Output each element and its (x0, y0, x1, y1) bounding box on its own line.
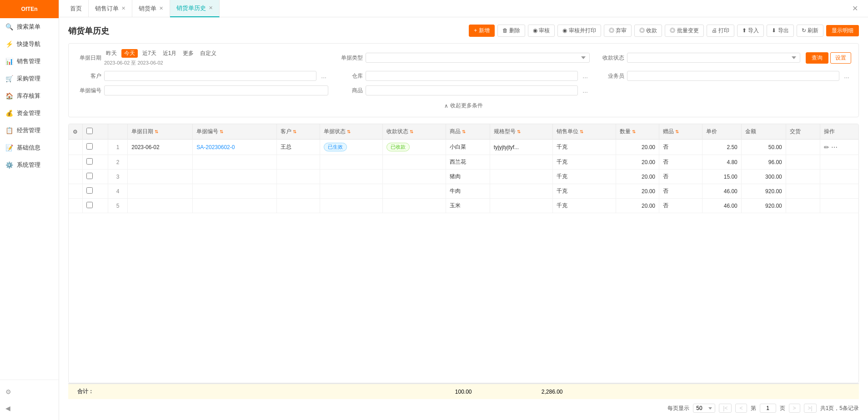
sidebar-item-collapse[interactable]: ◀ (0, 400, 59, 416)
row-transaction-col (786, 170, 820, 184)
row-amount-col: 50.00 (741, 140, 786, 155)
last-page-button[interactable]: >| (804, 404, 817, 413)
page-content: 销货单历史 + 新增 🗑 删除 ◉ 审核 ◉ 审核并打印 ◎ 弃审 ◎ 收款 ◎… (59, 17, 868, 420)
sidebar-logo: OfTEn (0, 0, 59, 18)
row-goods-col: 小白菜 (446, 140, 490, 155)
goods-input[interactable] (366, 85, 578, 95)
sidebar-item-purchase-mgmt[interactable]: 🛒 采购管理 (0, 70, 59, 87)
records-table: ⚙ 单据日期⇅ 单据编号⇅ 客户⇅ 单据状态⇅ (69, 124, 858, 213)
salesperson-input[interactable] (627, 71, 839, 81)
sidebar-item-inventory[interactable]: 🏠 库存核算 (0, 87, 59, 105)
row-goods-col: 西兰花 (446, 155, 490, 170)
row-transaction-col (786, 155, 820, 170)
tab-sales-history-close[interactable]: ✕ (209, 5, 213, 11)
customer-dots[interactable]: ... (319, 72, 328, 80)
th-actions: 操作 (820, 124, 858, 140)
row-checkbox-col (82, 155, 108, 170)
page-input[interactable] (760, 404, 776, 413)
salesperson-dots[interactable]: ... (842, 72, 851, 80)
th-unit[interactable]: 销售单位⇅ (553, 124, 616, 140)
delete-button[interactable]: 🗑 删除 (497, 25, 525, 37)
row-price-col: 2.50 (702, 140, 741, 155)
row-spec-col (490, 184, 553, 199)
sidebar-item-quick-nav[interactable]: ⚡ 快捷导航 (0, 35, 59, 53)
query-button[interactable]: 查询 (806, 52, 828, 64)
row-qty-col: 20.00 (616, 155, 659, 170)
shortcut-today[interactable]: 今天 (121, 49, 138, 58)
window-close-button[interactable]: ✕ (847, 4, 863, 13)
shortcut-yesterday[interactable]: 昨天 (104, 49, 119, 58)
tab-sales-delivery-close[interactable]: ✕ (159, 5, 163, 11)
sidebar-item-search-menu[interactable]: 🔍 搜索菜单 (0, 18, 59, 35)
warehouse-dots[interactable]: ... (581, 72, 590, 80)
goods-dots[interactable]: ... (581, 87, 590, 94)
print-button[interactable]: 🖨 打印 (707, 25, 734, 37)
row-paymentstatus-col (383, 199, 446, 213)
receive-button[interactable]: ◎ 收款 (634, 25, 662, 37)
export-button[interactable]: ⬇ 导出 (767, 25, 793, 37)
row-docno-col (193, 199, 276, 213)
sidebar-item-basic-info[interactable]: 📝 基础信息 (0, 139, 59, 156)
first-page-button[interactable]: |< (719, 404, 732, 413)
tab-home[interactable]: 首页 (64, 0, 89, 17)
per-page-label: 每页显示 (667, 405, 689, 412)
row-checkbox-col (82, 184, 108, 199)
sidebar-item-settings-bottom[interactable]: ⚙ (0, 384, 59, 400)
search-icon: 🔍 (5, 23, 13, 30)
row-checkbox[interactable] (86, 143, 93, 150)
shortcut-7days[interactable]: 近7天 (140, 49, 158, 58)
filter-settings-button[interactable]: 设置 (830, 52, 851, 64)
th-goods[interactable]: 商品⇅ (446, 124, 490, 140)
doc-type-select[interactable] (366, 53, 590, 63)
th-date[interactable]: 单据日期⇅ (128, 124, 193, 140)
row-num-col: 5 (108, 199, 128, 213)
date-shortcuts: 昨天 今天 近7天 近1月 更多 自定义 (104, 49, 328, 58)
audit-button[interactable]: ◉ 审核 (528, 25, 555, 37)
th-doc-status[interactable]: 单据状态⇅ (320, 124, 383, 140)
warehouse-input[interactable] (366, 71, 578, 81)
sidebar-item-sales-mgmt[interactable]: 📊 销售管理 (0, 53, 59, 70)
th-payment-status[interactable]: 收款状态⇅ (383, 124, 446, 140)
tab-sales-delivery[interactable]: 销货单 ✕ (132, 0, 170, 17)
row-checkbox[interactable] (86, 158, 93, 165)
row-checkbox[interactable] (86, 173, 93, 179)
th-qty[interactable]: 数量⇅ (616, 124, 659, 140)
row-docno-col: SA-20230602-0 (193, 140, 276, 155)
sidebar-item-finance[interactable]: 💰 资金管理 (0, 105, 59, 122)
payment-status-select[interactable] (627, 53, 800, 63)
shortcut-custom[interactable]: 自定义 (198, 49, 218, 58)
th-settings[interactable]: ⚙ (69, 124, 82, 140)
show-detail-button[interactable]: 显示明细 (826, 25, 859, 36)
import-button[interactable]: ⬆ 导入 (737, 25, 764, 37)
next-page-button[interactable]: > (789, 404, 800, 413)
abandon-button[interactable]: ◎ 弃审 (604, 25, 632, 37)
row-checkbox[interactable] (86, 187, 93, 194)
row-amount-col: 96.00 (741, 155, 786, 170)
doc-no-input[interactable] (104, 85, 328, 95)
doc-no-link[interactable]: SA-20230602-0 (196, 144, 235, 150)
customer-input[interactable] (104, 71, 316, 81)
per-page-select[interactable]: 50 20 100 (693, 404, 715, 413)
select-all-checkbox[interactable] (86, 128, 93, 134)
shortcut-more[interactable]: 更多 (181, 49, 196, 58)
shortcut-1month[interactable]: 近1月 (161, 49, 179, 58)
collapse-button[interactable]: ∧ 收起更多条件 (76, 100, 851, 111)
sidebar-item-operations[interactable]: 📋 经营管理 (0, 122, 59, 139)
th-spec[interactable]: 规格型号⇅ (490, 124, 553, 140)
tab-sales-order[interactable]: 销售订单 ✕ (89, 0, 132, 17)
th-doc-no[interactable]: 单据编号⇅ (193, 124, 276, 140)
th-customer[interactable]: 客户⇅ (276, 124, 320, 140)
row-checkbox[interactable] (86, 202, 93, 208)
audit-print-button[interactable]: ◉ 审核并打印 (557, 25, 601, 37)
new-button[interactable]: + 新增 (469, 25, 494, 37)
tab-sales-order-close[interactable]: ✕ (121, 5, 125, 11)
goods-filter-field: 商品 ... (337, 85, 590, 95)
tab-sales-history[interactable]: 销货单历史 ✕ (170, 0, 220, 17)
th-gift[interactable]: 赠品⇅ (659, 124, 702, 140)
more-icon[interactable]: ⋯ (831, 144, 838, 151)
refresh-button[interactable]: ↻ 刷新 (797, 25, 823, 37)
edit-icon[interactable]: ✏ (824, 144, 829, 151)
batch-change-button[interactable]: ◎ 批量变更 (665, 25, 703, 37)
sidebar-item-system[interactable]: ⚙️ 系统管理 (0, 156, 59, 174)
prev-page-button[interactable]: < (735, 404, 747, 413)
